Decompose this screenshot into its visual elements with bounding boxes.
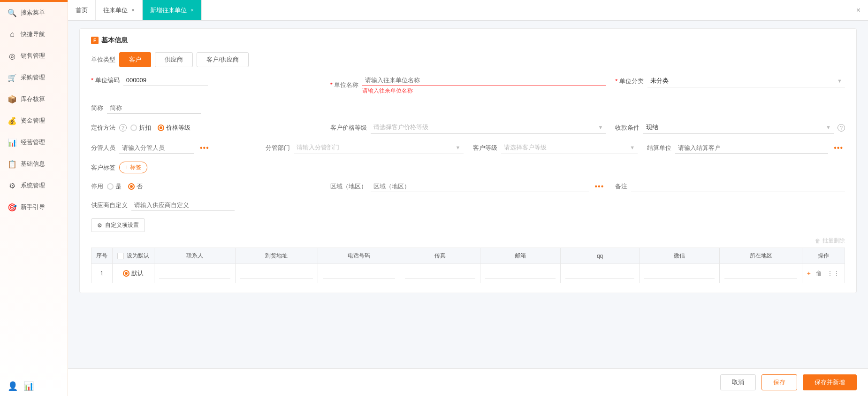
note-field: 备注 [615,181,845,192]
unit-name-input-wrap: 请输入往来单位名称 [362,75,606,95]
phone-input[interactable] [323,268,395,279]
drag-handle-icon[interactable]: ⋮⋮ [827,270,840,277]
sidebar-item-inventory[interactable]: 📦 库存核算 [0,88,68,110]
unit-btn-both[interactable]: 客户/供应商 [197,52,249,67]
qq-input[interactable] [565,268,635,279]
tab-new-partner[interactable]: 新增往来单位 × [143,0,202,20]
tab-home-label: 首页 [76,6,88,15]
payment-terms-select[interactable]: 现结 ▼ [643,121,834,134]
disabled-radio-group: 是 否 [107,182,143,191]
user-icon[interactable]: 👤 [8,381,18,391]
add-tag-button[interactable]: + 标签 [119,162,147,173]
region-table-input[interactable] [724,268,797,279]
customer-price-level-select[interactable]: 请选择客户价格等级 ▼ [371,121,606,134]
department-label: 分管部门 [266,144,290,152]
cell-qq[interactable] [560,264,640,283]
sidebar-item-purchase[interactable]: 🛒 采购管理 [0,67,68,88]
unit-name-input[interactable] [362,75,606,86]
cell-region[interactable] [720,264,802,283]
save-and-add-button[interactable]: 保存并新增 [803,374,857,390]
save-button[interactable]: 保存 [761,374,797,390]
region-input[interactable] [371,181,589,192]
cell-wechat[interactable] [640,264,720,283]
department-select[interactable]: 请输入分管部门 ▼ [294,141,464,154]
email-input[interactable] [485,268,556,279]
wechat-input[interactable] [644,268,715,279]
tab-bar: 首页 往来单位 × 新增往来单位 × × [68,0,868,21]
sidebar-item-basic-info[interactable]: 📋 基础信息 [0,153,68,175]
sidebar-item-quick-nav[interactable]: ⌂ 快捷导航 [0,23,68,45]
tab-partners-close-icon[interactable]: × [131,7,135,14]
disabled-radio-no[interactable]: 否 [128,182,143,191]
unit-category-field: 单位分类 未分类 ▼ [615,75,845,87]
footer: 取消 保存 保存并新增 [68,368,868,396]
pricing-help-icon[interactable]: ? [119,124,127,132]
sidebar-item-operations[interactable]: 📊 经营管理 [0,132,68,153]
col-qq: qq [560,248,640,264]
cell-contact[interactable] [154,264,236,283]
batch-delete-button[interactable]: 🗑 批量删除 [815,237,845,245]
delete-row-button[interactable]: 🗑 [815,270,822,277]
unit-btn-customer[interactable]: 客户 [119,52,151,67]
supplier-custom-input[interactable] [131,200,235,211]
cell-phone[interactable] [318,264,400,283]
cell-fax[interactable] [400,264,480,283]
tab-home[interactable]: 首页 [68,0,96,20]
fax-input[interactable] [405,268,475,279]
sidebar-item-inventory-label: 库存核算 [21,95,45,103]
row-default-radio[interactable]: 默认 [123,269,144,278]
contact-input[interactable] [159,268,230,279]
sidebar-item-search[interactable]: 🔍 搜索菜单 [0,2,68,23]
add-row-button[interactable]: + [807,270,811,277]
cell-index: 1 [91,264,113,283]
window-close-button[interactable]: × [849,0,868,20]
sidebar-item-beginner[interactable]: 🎯 新手引导 [0,196,68,218]
home-icon: ⌂ [8,30,17,39]
tab-partners[interactable]: 往来单位 × [96,0,143,20]
custom-settings-button[interactable]: ⚙ 自定义项设置 [91,218,145,232]
pricing-method-label: 定价方法 [91,124,115,132]
region-label: 区域（地区） [330,182,367,191]
pricing-radio-level[interactable]: 价格等级 [158,124,190,132]
short-name-input[interactable] [107,102,201,114]
unit-category-select[interactable]: 未分类 ▼ [647,75,845,87]
manager-input[interactable] [119,142,194,154]
sidebar: 🔍 搜索菜单 ⌂ 快捷导航 ◎ 销售管理 🛒 采购管理 📦 库存核算 💰 资金管… [0,0,68,396]
select-all-checkbox[interactable] [117,253,124,259]
table-toolbar: 🗑 批量删除 [91,237,845,245]
pricing-radio-group: 折扣 价格等级 [130,124,190,132]
region-more-icon[interactable]: ••• [593,182,606,191]
disabled-radio-yes[interactable]: 是 [107,182,122,191]
address-input[interactable] [240,268,312,279]
sidebar-item-operations-label: 经营管理 [21,138,45,147]
sidebar-item-system[interactable]: ⚙ 系统管理 [0,175,68,196]
stats-icon[interactable]: 📊 [23,381,34,391]
cell-email[interactable] [480,264,560,283]
unit-code-input[interactable] [123,75,208,86]
customer-level-select[interactable]: 请选择客户等级 ▼ [501,141,638,154]
unit-category-arrow: ▼ [837,78,842,84]
customer-price-level-placeholder: 请选择客户价格等级 [373,123,428,132]
customer-tag-row: 客户标签 + 标签 [91,162,845,173]
system-icon: ⚙ [8,181,17,190]
manager-more-icon[interactable]: ••• [198,144,211,152]
pricing-radio-discount[interactable]: 折扣 [130,124,151,132]
tab-new-partner-close-icon[interactable]: × [190,7,194,14]
disabled-region-note-row: 停用 是 否 区域（地区） ••• [91,181,845,192]
col-email: 邮箱 [480,248,560,264]
payment-help-icon[interactable]: ? [838,124,845,132]
cancel-button[interactable]: 取消 [720,374,756,390]
beginner-icon: 🎯 [8,202,17,212]
code-name-category-row: 单位编码 单位名称 请输入往来单位名称 单位分类 未分类 ▼ [91,75,845,95]
customer-price-level-field: 客户价格等级 请选择客户价格等级 ▼ [330,121,606,134]
note-input[interactable] [631,181,845,192]
sidebar-item-search-label: 搜索菜单 [21,8,45,17]
settlement-more-icon[interactable]: ••• [832,144,845,152]
unit-btn-supplier[interactable]: 供应商 [155,52,193,67]
sidebar-item-finance-label: 资金管理 [21,116,45,125]
settlement-unit-input[interactable] [675,142,828,154]
sidebar-item-finance[interactable]: 💰 资金管理 [0,110,68,132]
cell-address[interactable] [236,264,318,283]
sidebar-item-system-label: 系统管理 [21,181,45,190]
sidebar-item-sales[interactable]: ◎ 销售管理 [0,45,68,67]
